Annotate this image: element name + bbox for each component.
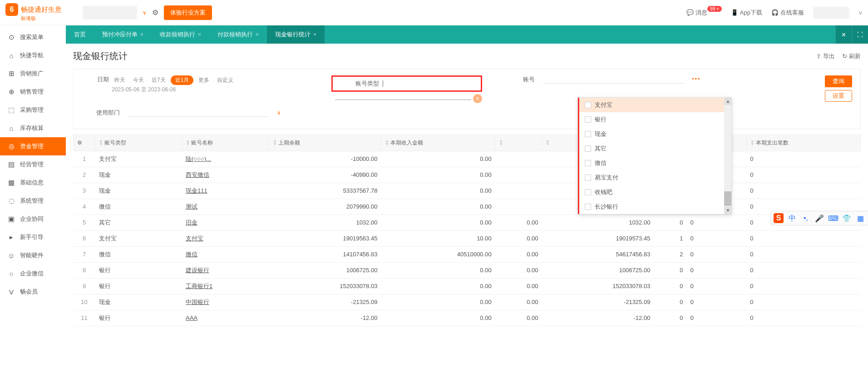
checkbox-icon[interactable] (585, 175, 591, 181)
checkbox-icon[interactable] (585, 116, 591, 123)
scroll-up-icon[interactable]: ▲ (724, 98, 731, 105)
tab[interactable]: 现金银行统计× (267, 25, 325, 44)
gear-icon[interactable]: ⚙ (152, 8, 158, 17)
account-link[interactable]: 旧金 (186, 219, 197, 226)
sort-icon[interactable]: ▲▼ (186, 140, 190, 146)
nav-item[interactable]: ⌂快捷导航 (0, 46, 66, 65)
dropdown-item[interactable]: 收钱吧 (579, 185, 731, 199)
gear-icon[interactable]: ⚙ (77, 140, 82, 146)
account-link[interactable]: 陆(○○○)... (186, 155, 211, 162)
mic-icon[interactable]: 🎤 (814, 213, 824, 223)
punct-icon[interactable]: •, (801, 213, 811, 223)
nav-item[interactable]: ⌂库存核算 (0, 119, 66, 137)
nav-item[interactable]: ▸新手引导 (0, 228, 66, 246)
tab[interactable]: 预付冲应付单× (94, 25, 152, 44)
chevron-down-icon[interactable]: ∨ (858, 10, 863, 16)
sort-icon[interactable]: ▲▼ (750, 140, 755, 146)
more-dots-icon[interactable]: ••• (692, 75, 701, 82)
close-icon[interactable]: × (256, 25, 259, 44)
checkbox-icon[interactable] (585, 131, 591, 137)
app-download-link[interactable]: 📱 App下载 (731, 9, 762, 17)
keyboard-icon[interactable]: ⌨ (828, 213, 838, 223)
sort-icon[interactable]: ▲▼ (99, 140, 103, 146)
ime-toolbar[interactable]: S 中 •, 🎤 ⌨ 👕 ▦ (770, 211, 868, 225)
dropdown-item[interactable]: 长沙银行 (579, 199, 731, 214)
account-link[interactable]: 西安微信 (186, 171, 209, 178)
service-link[interactable]: 🎧 在线客服 (771, 9, 804, 17)
date-token[interactable]: 自定义 (214, 75, 236, 85)
table-header[interactable]: ▲▼账号名称 (182, 135, 269, 151)
date-token[interactable]: 近1月 (171, 75, 194, 85)
dropdown-item[interactable]: 支付宝 (579, 98, 731, 112)
cn-icon[interactable]: 中 (787, 213, 797, 223)
account-link[interactable]: 建设银行 (186, 267, 209, 274)
nav-item[interactable]: ◌系统管理 (0, 192, 66, 210)
account-link[interactable]: 支付宝 (186, 235, 203, 242)
nav-item[interactable]: ◎资金管理 (0, 137, 66, 155)
dropdown-scrollbar[interactable]: ▲ ▼ (724, 98, 731, 214)
messages-link[interactable]: 💬 消息 99 + (686, 9, 722, 17)
trial-button[interactable]: 体验行业方案 (164, 5, 212, 20)
dept-input[interactable] (128, 109, 269, 117)
checkbox-icon[interactable] (585, 160, 591, 166)
tab[interactable]: 付款核销执行× (209, 25, 267, 44)
nav-item[interactable]: ⬚采购管理 (0, 101, 66, 119)
table-header[interactable]: ⚙ (74, 135, 95, 151)
export-button[interactable]: ⇪导出 (816, 52, 835, 60)
tabs-close-button[interactable]: ✕ (835, 25, 852, 44)
account-link[interactable]: 测试 (186, 203, 197, 210)
sogou-icon[interactable]: S (774, 213, 784, 223)
date-token[interactable]: 更多 (196, 75, 212, 85)
dropdown-item[interactable]: 现金 (579, 127, 731, 141)
checkbox-icon[interactable] (585, 204, 591, 210)
close-icon[interactable]: × (198, 25, 201, 44)
chevron-down-icon[interactable]: ∨ (277, 110, 281, 116)
nav-item[interactable]: ▤经营管理 (0, 155, 66, 174)
nav-item[interactable]: ▣企业协同 (0, 210, 66, 228)
nav-item[interactable]: ▦基础信息 (0, 174, 66, 192)
close-icon[interactable]: × (313, 25, 316, 44)
dropdown-item[interactable]: 其它 (579, 141, 731, 156)
dropdown-item[interactable]: 银行 (579, 112, 731, 127)
tabs-expand-button[interactable]: ⛶ (852, 25, 868, 44)
account-link[interactable]: AAA (186, 314, 197, 321)
close-icon[interactable]: × (140, 25, 143, 44)
nav-item[interactable]: ⊕销售管理 (0, 83, 66, 101)
account-input[interactable] (543, 75, 684, 84)
table-header[interactable]: ▲▼本期支出笔数 (746, 135, 860, 151)
dropdown-item[interactable]: 易宝支付 (579, 170, 731, 185)
nav-item[interactable]: V畅会员 (0, 283, 66, 301)
table-header[interactable]: ▲▼账号类型 (95, 135, 182, 151)
nav-item[interactable]: ☺智能硬件 (0, 246, 66, 264)
shirt-icon[interactable]: 👕 (842, 213, 852, 223)
scroll-thumb[interactable] (724, 191, 731, 206)
chevron-down-icon[interactable]: ∨ (143, 10, 147, 16)
refresh-button[interactable]: ↻刷新 (842, 52, 861, 60)
collapse-icon[interactable]: ∧ (473, 94, 482, 103)
grid-icon[interactable]: ▦ (855, 213, 865, 223)
scroll-down-icon[interactable]: ▼ (724, 207, 731, 214)
sort-icon[interactable]: ▲▼ (499, 140, 503, 146)
account-type-input[interactable] (335, 92, 471, 100)
date-token[interactable]: 昨天 (112, 75, 128, 85)
checkbox-icon[interactable] (585, 189, 591, 195)
account-link[interactable]: 现金111 (186, 187, 207, 194)
sort-icon[interactable]: ▲▼ (273, 140, 277, 146)
table-header[interactable]: ▲▼ (495, 135, 542, 151)
query-button[interactable]: 查询 (825, 75, 852, 87)
account-link[interactable]: 微信 (186, 251, 197, 258)
sort-icon[interactable]: ▲▼ (385, 140, 389, 146)
date-token[interactable]: 今天 (130, 75, 147, 85)
checkbox-icon[interactable] (585, 102, 591, 108)
account-link[interactable]: 中国银行 (186, 299, 209, 305)
sort-icon[interactable]: ▲▼ (546, 140, 550, 146)
table-header[interactable]: ▲▼本期收入金额 (381, 135, 495, 151)
table-header[interactable]: ▲▼上期余额 (269, 135, 381, 151)
nav-item[interactable]: ⊞营销推广 (0, 65, 66, 83)
account-link[interactable]: 工商银行1 (186, 283, 212, 289)
nav-item[interactable]: ○企业微信 (0, 264, 66, 283)
date-token[interactable]: 近7天 (149, 75, 168, 85)
checkbox-icon[interactable] (585, 145, 591, 152)
tab[interactable]: 首页 (66, 25, 94, 44)
settings-button[interactable]: 设置 (825, 90, 852, 102)
